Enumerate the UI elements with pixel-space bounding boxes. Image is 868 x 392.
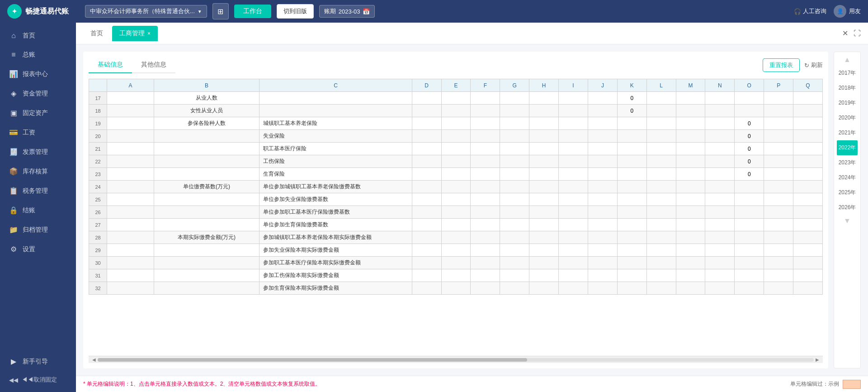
cell-empty[interactable] bbox=[529, 257, 559, 269]
cell-k[interactable] bbox=[617, 257, 646, 269]
cell-empty[interactable] bbox=[559, 244, 588, 257]
cell-n[interactable] bbox=[705, 143, 735, 155]
cell-empty[interactable] bbox=[412, 282, 441, 295]
cell-c[interactable]: 参加失业保险本期实际缴费金额 bbox=[259, 244, 412, 257]
cell-empty[interactable] bbox=[441, 257, 471, 269]
sidebar-item-assets[interactable]: ▣ 固定资产 bbox=[0, 103, 76, 123]
cell-empty[interactable] bbox=[529, 219, 559, 231]
cell-o[interactable] bbox=[735, 219, 764, 231]
cell-empty[interactable] bbox=[471, 282, 500, 295]
cell-empty[interactable] bbox=[500, 105, 529, 117]
reset-report-button[interactable]: 重置报表 bbox=[763, 58, 800, 72]
cell-empty[interactable] bbox=[500, 244, 529, 257]
cell-n[interactable] bbox=[705, 244, 735, 257]
cell-a[interactable] bbox=[107, 219, 154, 231]
cell-empty[interactable] bbox=[441, 269, 471, 282]
cell-o[interactable] bbox=[735, 244, 764, 257]
cell-empty[interactable] bbox=[500, 181, 529, 193]
year-item[interactable]: 2019年 bbox=[837, 96, 858, 110]
cell-empty[interactable] bbox=[471, 219, 500, 231]
calendar-icon[interactable]: 📅 bbox=[363, 8, 370, 15]
cell-b[interactable] bbox=[154, 219, 259, 231]
cell-b[interactable] bbox=[154, 130, 259, 143]
cell-b[interactable] bbox=[154, 168, 259, 181]
cell-empty[interactable] bbox=[588, 92, 617, 105]
cell-l[interactable] bbox=[646, 193, 676, 206]
cell-n[interactable] bbox=[705, 206, 735, 219]
cell-b[interactable] bbox=[154, 244, 259, 257]
copy-icon-btn[interactable]: ⊞ bbox=[212, 3, 229, 19]
cell-empty[interactable] bbox=[412, 206, 441, 219]
cell-empty[interactable] bbox=[471, 257, 500, 269]
cell-empty[interactable] bbox=[559, 130, 588, 143]
cell-empty[interactable] bbox=[471, 155, 500, 168]
cell-empty[interactable] bbox=[441, 155, 471, 168]
cell-empty[interactable] bbox=[529, 181, 559, 193]
cell-q[interactable] bbox=[793, 257, 823, 269]
cell-empty[interactable] bbox=[500, 193, 529, 206]
sidebar-item-invoice[interactable]: 🧾 发票管理 bbox=[0, 142, 76, 162]
cell-c[interactable]: 单位参加生育保险缴费基数 bbox=[259, 219, 412, 231]
cell-empty[interactable] bbox=[471, 269, 500, 282]
cell-empty[interactable] bbox=[559, 105, 588, 117]
cell-empty[interactable] bbox=[529, 168, 559, 181]
cell-empty[interactable] bbox=[529, 105, 559, 117]
cell-a[interactable] bbox=[107, 143, 154, 155]
cell-empty[interactable] bbox=[588, 219, 617, 231]
cell-b[interactable] bbox=[154, 143, 259, 155]
sidebar-item-salary[interactable]: 💳 工资 bbox=[0, 123, 76, 142]
tab-other-info[interactable]: 其他信息 bbox=[132, 57, 175, 73]
sidebar-item-report[interactable]: 📊 报表中心 bbox=[0, 64, 76, 84]
cell-empty[interactable] bbox=[529, 282, 559, 295]
tab-window-close-btn[interactable]: ✕ bbox=[842, 29, 848, 38]
cell-empty[interactable] bbox=[588, 231, 617, 244]
cell-q[interactable] bbox=[793, 181, 823, 193]
cell-empty[interactable] bbox=[441, 168, 471, 181]
cell-m[interactable] bbox=[676, 105, 705, 117]
cell-empty[interactable] bbox=[559, 117, 588, 130]
cell-n[interactable] bbox=[705, 155, 735, 168]
cell-empty[interactable] bbox=[412, 193, 441, 206]
year-item[interactable]: 2024年 bbox=[837, 170, 858, 185]
cell-l[interactable] bbox=[646, 155, 676, 168]
cell-k[interactable] bbox=[617, 143, 646, 155]
cell-empty[interactable] bbox=[529, 269, 559, 282]
cell-k[interactable] bbox=[617, 244, 646, 257]
cell-empty[interactable] bbox=[588, 181, 617, 193]
cell-b[interactable] bbox=[154, 282, 259, 295]
cell-k[interactable] bbox=[617, 282, 646, 295]
cell-empty[interactable] bbox=[588, 269, 617, 282]
cell-c[interactable]: 参加城镇职工基本养老保险本期实际缴费金额 bbox=[259, 231, 412, 244]
cell-l[interactable] bbox=[646, 257, 676, 269]
cell-k[interactable] bbox=[617, 117, 646, 130]
cell-o[interactable] bbox=[735, 282, 764, 295]
cell-p[interactable] bbox=[764, 193, 793, 206]
cell-empty[interactable] bbox=[412, 117, 441, 130]
sidebar-item-settings[interactable]: ⚙ 设置 bbox=[0, 239, 76, 259]
cell-empty[interactable] bbox=[441, 105, 471, 117]
cell-p[interactable] bbox=[764, 143, 793, 155]
cell-l[interactable] bbox=[646, 206, 676, 219]
cell-empty[interactable] bbox=[471, 231, 500, 244]
cell-empty[interactable] bbox=[559, 143, 588, 155]
cell-empty[interactable] bbox=[471, 244, 500, 257]
cell-p[interactable] bbox=[764, 244, 793, 257]
cell-p[interactable] bbox=[764, 105, 793, 117]
cell-empty[interactable] bbox=[529, 92, 559, 105]
year-item[interactable]: 2018年 bbox=[837, 81, 858, 96]
cell-n[interactable] bbox=[705, 92, 735, 105]
cell-q[interactable] bbox=[793, 155, 823, 168]
scroll-right-arrow[interactable]: ▶ bbox=[814, 357, 821, 362]
cell-m[interactable] bbox=[676, 269, 705, 282]
cell-q[interactable] bbox=[793, 206, 823, 219]
cell-empty[interactable] bbox=[559, 181, 588, 193]
cell-o[interactable]: 0 bbox=[735, 155, 764, 168]
refresh-button[interactable]: ↻ 刷新 bbox=[804, 61, 823, 69]
sidebar-item-guide[interactable]: ▶ 新手引导 bbox=[0, 352, 76, 371]
cell-k[interactable] bbox=[617, 181, 646, 193]
cell-b[interactable]: 女性从业人员 bbox=[154, 105, 259, 117]
cell-empty[interactable] bbox=[412, 143, 441, 155]
cell-c[interactable]: 参加工伤保险本期实际缴费金额 bbox=[259, 269, 412, 282]
cell-m[interactable] bbox=[676, 206, 705, 219]
cell-o[interactable] bbox=[735, 206, 764, 219]
